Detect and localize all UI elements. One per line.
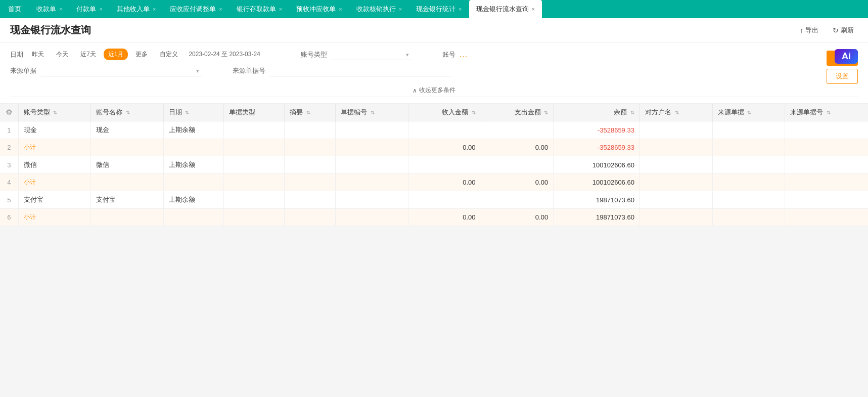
date-btn-yesterday[interactable]: 昨天 — [27, 49, 49, 60]
table-container: ⚙ 账号类型 ⇅ 账号名称 ⇅ 日期 ⇅ 单据类型 摘要 — [0, 104, 868, 226]
sort-icon: ⇅ — [544, 110, 548, 115]
date-btn-today[interactable]: 今天 — [52, 49, 73, 60]
date-btn-more[interactable]: 更多 — [131, 49, 152, 60]
nav-tab-shoudan[interactable]: 收款单 × — [29, 0, 69, 18]
refresh-button[interactable]: ↻ 刷新 — [829, 24, 858, 37]
close-icon[interactable]: × — [153, 6, 156, 12]
cell-date: 上期余额 — [163, 121, 224, 139]
cell-source-doc — [712, 121, 785, 139]
sort-icon: ⇅ — [185, 110, 189, 115]
close-icon[interactable]: × — [219, 6, 222, 12]
cell-source-doc — [712, 174, 785, 191]
cell-doc-no — [336, 156, 408, 174]
nav-tab-xjyhls[interactable]: 现金银行流水查询 × — [469, 0, 542, 18]
nav-home[interactable]: 首页 — [0, 0, 29, 18]
ai-badge[interactable]: Ai — [835, 49, 858, 64]
sort-icon: ⇅ — [827, 110, 831, 115]
cell-source-doc-no — [785, 156, 868, 174]
table-row: 2小计0.000.00-3528659.33 — [0, 139, 868, 156]
table-header-row: ⚙ 账号类型 ⇅ 账号名称 ⇅ 日期 ⇅ 单据类型 摘要 — [0, 104, 868, 121]
account-type-filter: 账号类型 — [301, 49, 412, 60]
settings-button[interactable]: 设置 — [827, 69, 858, 84]
col-account-name[interactable]: 账号名称 ⇅ — [91, 104, 164, 121]
col-counterpart[interactable]: 对方户名 ⇅ — [639, 104, 712, 121]
date-btn-7days[interactable]: 近7天 — [76, 49, 101, 60]
nav-tab-ysyftze[interactable]: 应收应付调整单 × — [163, 0, 229, 18]
source-doc-filter: 来源单据 — [10, 65, 202, 76]
cell-balance: 19871073.60 — [554, 191, 640, 209]
col-doc-type[interactable]: 单据类型 — [224, 104, 285, 121]
table-row: 3微信微信上期余额100102606.60 — [0, 156, 868, 174]
cell-doc-type — [224, 191, 285, 209]
cell-balance: 100102606.60 — [554, 156, 640, 174]
account-type-select-wrapper — [331, 49, 412, 60]
col-doc-no[interactable]: 单据编号 ⇅ — [336, 104, 408, 121]
nav-tab-fukuan[interactable]: 付款单 × — [69, 0, 109, 18]
source-doc-no-label: 来源单据号 — [233, 66, 265, 75]
close-icon[interactable]: × — [399, 6, 402, 12]
close-icon[interactable]: × — [532, 6, 535, 12]
cell-counterpart — [639, 139, 712, 156]
cell-income: 0.00 — [408, 209, 481, 226]
nav-tab-yhcqkd[interactable]: 银行存取款单 × — [230, 0, 289, 18]
account-label: 账号 — [442, 50, 455, 59]
cell-doc-no — [336, 121, 408, 139]
cell-source-doc — [712, 191, 785, 209]
sort-icon: ⇅ — [472, 110, 476, 115]
date-label: 日期 — [10, 50, 23, 59]
col-summary[interactable]: 摘要 ⇅ — [285, 104, 336, 121]
nav-tab-qtsr[interactable]: 其他收入单 × — [110, 0, 163, 18]
col-date[interactable]: 日期 ⇅ — [163, 104, 224, 121]
cell-balance: -3528659.33 — [554, 139, 640, 156]
source-doc-no-input[interactable] — [269, 65, 451, 76]
cell-account-name — [91, 174, 164, 191]
cell-doc-type — [224, 209, 285, 226]
gear-icon[interactable]: ⚙ — [6, 108, 12, 116]
close-icon[interactable]: × — [459, 6, 462, 12]
close-icon[interactable]: × — [59, 6, 62, 12]
nav-tab-skxsjx[interactable]: 收款核销执行 × — [349, 0, 409, 18]
export-button[interactable]: ↑ 导出 — [796, 24, 823, 37]
source-doc-select-wrapper — [40, 65, 202, 76]
account-ellipsis[interactable]: ... — [460, 50, 468, 59]
cell-doc-no — [336, 191, 408, 209]
cell-account-type: 小计 — [18, 139, 91, 156]
cell-income — [408, 121, 481, 139]
row-number: 5 — [0, 191, 18, 209]
cell-balance: 19871073.60 — [554, 209, 640, 226]
close-icon[interactable]: × — [99, 6, 102, 12]
col-source-doc-no[interactable]: 来源单据号 ⇅ — [785, 104, 868, 121]
cell-income — [408, 191, 481, 209]
cell-source-doc — [712, 209, 785, 226]
cell-doc-type — [224, 121, 285, 139]
table-row: 5支付宝支付宝上期余额19871073.60 — [0, 191, 868, 209]
row-number: 1 — [0, 121, 18, 139]
date-btn-custom[interactable]: 自定义 — [155, 49, 182, 60]
data-table: ⚙ 账号类型 ⇅ 账号名称 ⇅ 日期 ⇅ 单据类型 摘要 — [0, 104, 868, 226]
cell-counterpart — [639, 174, 712, 191]
date-range-display: 2023-02-24 至 2023-03-24 — [189, 50, 260, 59]
account-type-select[interactable] — [331, 49, 412, 60]
sort-icon: ⇅ — [306, 110, 310, 115]
nav-tab-xjyhtj[interactable]: 现金银行统计 × — [409, 0, 469, 18]
col-expense[interactable]: 支出金额 ⇅ — [481, 104, 554, 121]
close-icon[interactable]: × — [279, 6, 282, 12]
col-balance[interactable]: 余额 ⇅ — [554, 104, 640, 121]
col-account-type[interactable]: 账号类型 ⇅ — [18, 104, 91, 121]
cell-summary — [285, 191, 336, 209]
col-source-doc[interactable]: 来源单据 ⇅ — [712, 104, 785, 121]
col-income[interactable]: 收入金额 ⇅ — [408, 104, 481, 121]
collapse-bar[interactable]: ∧ 收起更多条件 — [10, 84, 858, 97]
col-gear[interactable]: ⚙ — [0, 104, 18, 121]
source-doc-select[interactable] — [40, 65, 202, 76]
table-row: 1现金现金上期余额-3528659.33 — [0, 121, 868, 139]
date-btn-1month[interactable]: 近1月 — [104, 49, 128, 60]
cell-account-name: 支付宝 — [91, 191, 164, 209]
collapse-up-icon: ∧ — [413, 87, 417, 94]
account-type-label: 账号类型 — [301, 50, 327, 59]
close-icon[interactable]: × — [339, 6, 342, 12]
cell-doc-no — [336, 174, 408, 191]
cell-balance: -3528659.33 — [554, 121, 640, 139]
nav-tab-yscy[interactable]: 预收冲应收单 × — [289, 0, 349, 18]
cell-date — [163, 174, 224, 191]
